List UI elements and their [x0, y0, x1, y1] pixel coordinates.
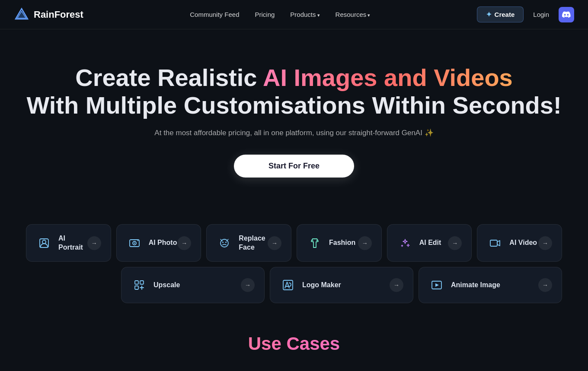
card-fashion-arrow: → [358, 236, 372, 250]
nav-pricing[interactable]: Pricing [249, 8, 281, 21]
card-animate-image[interactable]: Animate Image → [419, 267, 562, 303]
logo-icon [14, 7, 29, 22]
svg-rect-14 [135, 281, 138, 284]
card-animate-image-arrow: → [538, 278, 552, 292]
portrait-icon [36, 235, 52, 251]
nav-right: ✦ Create Login [477, 6, 574, 22]
card-animate-image-label: Animate Image [451, 281, 500, 290]
login-button[interactable]: Login [529, 8, 553, 21]
photo-icon [126, 235, 143, 251]
card-ai-portrait[interactable]: AI Portrait → [26, 224, 111, 262]
card-upscale-arrow: → [241, 278, 255, 292]
card-replace-face-arrow: → [268, 236, 281, 250]
nav-resources[interactable]: Resources▾ [329, 8, 377, 21]
hero-heading-plain: Create Realistic [75, 64, 263, 91]
svg-point-10 [225, 241, 227, 243]
navbar: RainForest Community Feed Pricing Produc… [0, 0, 588, 29]
brand-name: RainForest [34, 9, 83, 20]
card-ai-edit-arrow: → [448, 236, 462, 250]
card-logo-maker[interactable]: Logo Maker → [270, 267, 413, 303]
hero-section: Create Realistic AI Images and Videos Wi… [0, 29, 588, 203]
svg-point-6 [134, 242, 135, 244]
nav-community-feed[interactable]: Community Feed [184, 8, 245, 21]
ai-video-icon [487, 235, 503, 251]
card-ai-photo-arrow: → [177, 236, 191, 250]
animate-image-icon [428, 277, 445, 293]
card-replace-face-label: Replace Face [239, 234, 268, 252]
use-cases-heading: Use Cases [9, 333, 579, 354]
start-free-button[interactable]: Start For Free [234, 155, 354, 178]
logo-maker-icon [280, 277, 296, 293]
card-ai-portrait-arrow: → [87, 236, 101, 250]
card-replace-face[interactable]: Replace Face → [206, 224, 291, 262]
svg-point-7 [137, 240, 138, 241]
svg-point-9 [222, 241, 224, 243]
hero-heading-gradient: AI Images and Videos [263, 64, 513, 91]
cards-row-1: AI Portrait → AI Photo → [26, 224, 562, 262]
upscale-icon [131, 277, 147, 293]
nav-products[interactable]: Products▾ [284, 8, 326, 21]
card-ai-video-label: AI Video [509, 238, 537, 247]
card-ai-photo[interactable]: AI Photo → [116, 224, 201, 262]
nav-links: Community Feed Pricing Products▾ Resourc… [184, 11, 376, 19]
svg-point-3 [42, 240, 46, 244]
discord-icon [562, 11, 571, 18]
card-ai-photo-label: AI Photo [149, 238, 177, 247]
card-ai-edit[interactable]: AI Edit → [387, 224, 472, 262]
card-logo-maker-arrow: → [390, 278, 403, 292]
svg-rect-11 [490, 240, 497, 246]
fashion-icon [307, 235, 323, 251]
card-upscale-label: Upscale [153, 281, 180, 290]
card-ai-video[interactable]: AI Video → [477, 224, 562, 262]
svg-rect-16 [140, 281, 144, 284]
hero-subtitle: At the most affordable pricing, all in o… [9, 128, 579, 137]
card-ai-video-arrow: → [538, 236, 552, 250]
discord-button[interactable] [559, 7, 574, 22]
card-ai-edit-label: AI Edit [419, 238, 441, 247]
card-upscale[interactable]: Upscale → [121, 267, 265, 303]
brand-logo[interactable]: RainForest [14, 7, 83, 22]
card-logo-maker-label: Logo Maker [302, 281, 341, 290]
cards-section: AI Portrait → AI Photo → [0, 203, 588, 321]
ai-edit-icon [397, 235, 413, 251]
card-fashion-label: Fashion [329, 238, 355, 247]
hero-heading-line2: With Multiple Customisations Within Seco… [26, 92, 561, 119]
sparkle-icon: ✦ [486, 10, 492, 19]
use-cases-section: Use Cases [0, 320, 588, 363]
card-ai-portrait-label: AI Portrait [58, 234, 87, 252]
card-fashion[interactable]: Fashion → [297, 224, 382, 262]
create-button[interactable]: ✦ Create [477, 6, 524, 22]
svg-rect-15 [135, 286, 138, 289]
replace-face-icon [216, 235, 233, 251]
cards-row-2: Background Removal → Upscale → [26, 267, 562, 303]
hero-heading: Create Realistic AI Images and Videos Wi… [9, 64, 579, 120]
